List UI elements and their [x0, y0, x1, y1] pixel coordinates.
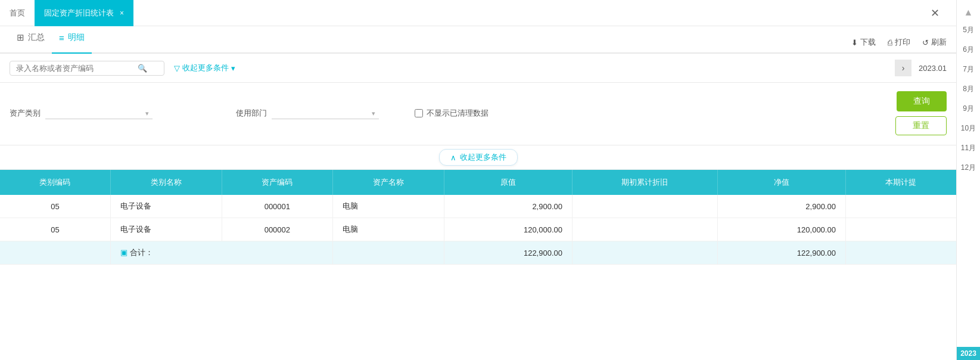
more-conditions-button[interactable]: ▽ 收起更多条件 ▾ — [174, 63, 235, 73]
detail-icon: ≡ — [59, 33, 64, 43]
department-label: 使用部门 — [236, 108, 267, 119]
total-asset-name — [333, 241, 444, 265]
cell-category-code: 05 — [0, 195, 110, 218]
sidebar-month-item[interactable]: 12月 — [961, 158, 976, 178]
cell-asset-name: 电脑 — [333, 195, 444, 218]
search-icon[interactable]: 🔍 — [138, 64, 147, 73]
sidebar-scroll-up[interactable]: ▲ — [962, 5, 976, 20]
col-net-value: 净值 — [717, 170, 845, 195]
collapse-icon: ∧ — [450, 153, 456, 162]
data-table-wrap: 类别编码 类别名称 资产编码 资产名称 原值 期初累计折旧 净值 本期计提 05… — [0, 170, 956, 360]
tab-bar: ⊞ 汇总 ≡ 明细 ⬇ 下载 ⎙ 打印 ↺ 刷新 — [0, 26, 956, 54]
hide-cleared-label: 不显示已清理数据 — [427, 108, 489, 119]
tab-summary[interactable]: ⊞ 汇总 — [10, 27, 52, 54]
hide-cleared-wrap: 不显示已清理数据 — [415, 108, 489, 119]
sidebar-year-badge: 2023 — [957, 347, 980, 360]
query-button[interactable]: 查询 — [897, 91, 947, 111]
cell-current-depreciation — [845, 218, 956, 241]
collapse-button[interactable]: ∧ 收起更多条件 — [439, 149, 518, 166]
year-display: 2023.01 — [919, 64, 947, 73]
col-category-code: 类别编码 — [0, 170, 110, 195]
asset-category-label: 资产类别 — [10, 108, 41, 119]
department-select[interactable] — [272, 107, 379, 119]
filter-bar: 🔍 ▽ 收起更多条件 ▾ › 2023.01 — [0, 54, 956, 83]
table-header-row: 类别编码 类别名称 资产编码 资产名称 原值 期初累计折旧 净值 本期计提 — [0, 170, 956, 195]
data-table: 类别编码 类别名称 资产编码 资产名称 原值 期初累计折旧 净值 本期计提 05… — [0, 170, 956, 265]
refresh-icon: ↺ — [922, 38, 929, 47]
cell-asset-code: 000001 — [222, 195, 333, 218]
table-row: 05 电子设备 000001 电脑 2,900.00 2,900.00 — [0, 195, 956, 218]
department-field: 使用部门 — [236, 107, 379, 119]
col-accumulated-depreciation: 期初累计折旧 — [573, 170, 718, 195]
collapse-row: ∧ 收起更多条件 — [0, 145, 956, 170]
total-original-value: 122,900.00 — [444, 241, 572, 265]
cell-original-value: 120,000.00 — [444, 218, 572, 241]
sidebar-month-item[interactable]: 6月 — [961, 40, 976, 60]
refresh-label: 刷新 — [931, 37, 947, 48]
cell-category-code: 05 — [0, 218, 110, 241]
search-input[interactable] — [16, 64, 135, 73]
tab-detail-label: 明细 — [68, 32, 85, 43]
cell-accumulated-depreciation — [573, 195, 718, 218]
col-asset-name: 资产名称 — [333, 170, 444, 195]
download-label: 下载 — [860, 37, 876, 48]
cell-category-name: 电子设备 — [110, 195, 222, 218]
sidebar-month-item[interactable]: 11月 — [961, 138, 976, 158]
advanced-filter: 资产类别 使用部门 不显示已清理数据 — [0, 83, 956, 145]
cell-category-name: 电子设备 — [110, 218, 222, 241]
total-accumulated-depreciation — [573, 241, 718, 265]
top-nav: 首页 固定资产折旧统计表 × ✕ — [0, 0, 956, 26]
action-buttons: 查询 重置 — [895, 91, 947, 135]
total-current-depreciation — [845, 241, 956, 265]
asset-category-select[interactable] — [45, 107, 153, 119]
col-asset-code: 资产编码 — [222, 170, 333, 195]
filter-arrow-button[interactable]: › — [895, 60, 911, 76]
sidebar-month-item[interactable]: 9月 — [961, 99, 976, 119]
total-row: ▣合计： 122,900.00 122,900.00 — [0, 241, 956, 265]
col-current-depreciation: 本期计提 — [845, 170, 956, 195]
cell-net-value: 2,900.00 — [717, 195, 845, 218]
tab-actions: ⬇ 下载 ⎙ 打印 ↺ 刷新 — [851, 37, 947, 52]
cell-original-value: 2,900.00 — [444, 195, 572, 218]
sidebar-month-item[interactable]: 7月 — [961, 60, 976, 79]
nav-tab[interactable]: 固定资产折旧统计表 × — [35, 0, 133, 26]
nav-tab-label: 固定资产折旧统计表 — [44, 8, 114, 18]
tab-summary-label: 汇总 — [28, 32, 45, 43]
cell-net-value: 120,000.00 — [717, 218, 845, 241]
asset-category-field: 资产类别 — [10, 107, 153, 119]
print-icon: ⎙ — [888, 38, 892, 47]
cell-asset-code: 000002 — [222, 218, 333, 241]
more-conditions-label: 收起更多条件 — [182, 63, 229, 73]
print-button[interactable]: ⎙ 打印 — [888, 37, 910, 48]
col-original-value: 原值 — [444, 170, 572, 195]
right-sidebar: ▲ 5月6月7月8月9月10月11月12月 2023 — [956, 0, 980, 360]
total-label: ▣合计： — [110, 241, 332, 265]
print-label: 打印 — [895, 37, 910, 48]
window-close-button[interactable]: ✕ — [926, 7, 944, 20]
download-icon: ⬇ — [851, 38, 858, 47]
cell-asset-name: 电脑 — [333, 218, 444, 241]
sidebar-month-item[interactable]: 10月 — [961, 119, 976, 138]
nav-home[interactable]: 首页 — [7, 8, 35, 18]
sidebar-month-item[interactable]: 5月 — [961, 20, 976, 40]
download-button[interactable]: ⬇ 下载 — [851, 37, 876, 48]
summary-icon: ⊞ — [17, 32, 24, 43]
cell-accumulated-depreciation — [573, 218, 718, 241]
col-category-name: 类别名称 — [110, 170, 222, 195]
search-wrap: 🔍 — [10, 61, 164, 76]
refresh-button[interactable]: ↺ 刷新 — [922, 37, 947, 48]
more-conditions-chevron: ▾ — [231, 64, 235, 73]
sidebar-month-item[interactable]: 8月 — [961, 79, 976, 99]
collapse-label: 收起更多条件 — [460, 152, 506, 163]
reset-button[interactable]: 重置 — [895, 116, 947, 135]
total-net-value: 122,900.00 — [717, 241, 845, 265]
hide-cleared-checkbox[interactable] — [415, 109, 423, 117]
cell-current-depreciation — [845, 195, 956, 218]
table-row: 05 电子设备 000002 电脑 120,000.00 120,000.00 — [0, 218, 956, 241]
tab-detail[interactable]: ≡ 明细 — [52, 27, 92, 54]
nav-tab-close-icon[interactable]: × — [120, 9, 124, 17]
total-label-cell — [0, 241, 110, 265]
filter-icon: ▽ — [174, 64, 180, 73]
